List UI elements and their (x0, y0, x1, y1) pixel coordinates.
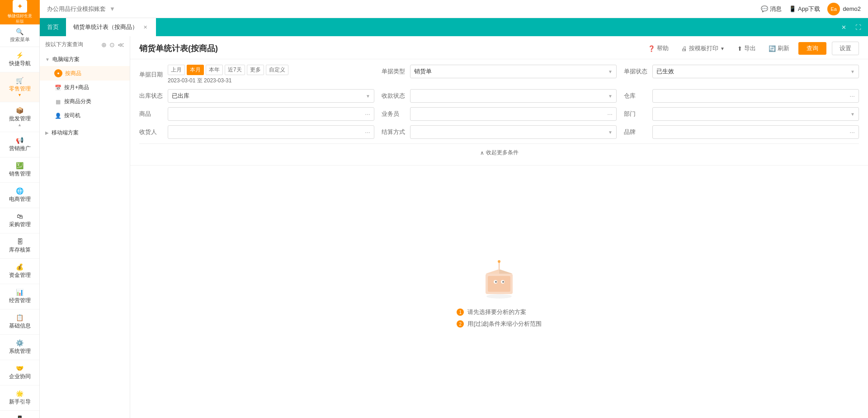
doc-status-label: 单据状态 (624, 67, 649, 76)
doc-type-arrow-icon: ▼ (608, 69, 613, 74)
scheme-item-by-category[interactable]: ▦ 按商品分类 (40, 95, 130, 109)
doc-status-control[interactable]: 已生效 ▼ (652, 65, 859, 78)
template-print-btn[interactable]: 🖨 按模板打印 ▼ (678, 43, 728, 54)
sidebar-item-basic[interactable]: 📋 基础信息 (0, 309, 39, 335)
settlement-select[interactable]: ▼ (410, 125, 617, 139)
payment-select[interactable]: ▼ (410, 89, 617, 103)
recipient-label: 收货人 (139, 128, 164, 136)
mobile-section-label: 移动端方案 (52, 129, 79, 137)
new-guide-label: 新手引导 (2, 398, 38, 406)
brand-input[interactable]: ··· (652, 125, 859, 139)
sidebar-item-retail[interactable]: 🛒 零售管理 ▼ (0, 72, 39, 102)
reset-button[interactable]: 设置 (832, 42, 859, 55)
tab-home[interactable]: 首页 (40, 18, 66, 36)
warehouse-input[interactable]: ··· (652, 89, 859, 103)
recipient-dots-icon[interactable]: ··· (365, 128, 370, 136)
date-label: 单据日期 (139, 71, 164, 79)
sidebar-item-sales[interactable]: 💹 销售管理 (0, 157, 39, 183)
goods-input[interactable]: ··· (168, 107, 374, 121)
empty-illustration (476, 256, 522, 301)
goods-dots-icon[interactable]: ··· (365, 110, 370, 118)
recipient-input[interactable]: ··· (168, 125, 374, 139)
scheme-item-by-goods[interactable]: ● 按商品 (40, 66, 130, 81)
logo-text: 畅捷信好生意 (8, 14, 32, 19)
sidebar-item-operations[interactable]: 📊 经营管理 (0, 284, 39, 309)
filter-area: 单据日期 上月 本月 本年 近7天 更多 自定义 2023-03-01 至 20… (130, 59, 868, 166)
doc-type-control[interactable]: 销货单 ▼ (410, 65, 617, 78)
user-menu-btn[interactable]: Ea demo2 (827, 3, 861, 15)
pc-section-header[interactable]: ▼ 电脑端方案 (40, 53, 130, 66)
warehouse-dots-icon[interactable]: ··· (849, 92, 855, 100)
tab-close-window-btn[interactable]: ✕ (837, 21, 850, 33)
collapse-btn[interactable]: ∧ 收起更多条件 (475, 147, 524, 158)
doc-status-arrow-icon: ▼ (850, 69, 855, 74)
scheme-item-label-2: 按商品分类 (64, 98, 91, 105)
refresh-btn[interactable]: 🔄 刷新 (765, 43, 793, 54)
this-month-btn[interactable]: 本月 (187, 65, 204, 75)
scheme-item-by-driver[interactable]: 👤 按司机 (40, 109, 130, 123)
scheme-item-by-month-goods[interactable]: 📅 按月+商品 (40, 81, 130, 95)
empty-tip-1: 1 请先选择要分析的方案 (457, 308, 541, 316)
export-label: 导出 (744, 44, 756, 52)
custom-btn[interactable]: 自定义 (266, 65, 288, 75)
sidebar-item-system[interactable]: ⚙️ 系统管理 (0, 335, 39, 360)
basic-label: 基础信息 (2, 322, 38, 330)
7days-btn[interactable]: 近7天 (225, 65, 245, 75)
tab-bar-actions: ✕ ⛶ (837, 21, 868, 33)
scheme-item-label-1: 按月+商品 (64, 84, 89, 91)
operations-label: 经营管理 (2, 297, 38, 304)
print-icon: 🖨 (681, 45, 687, 52)
prev-month-btn[interactable]: 上月 (168, 65, 185, 75)
sidebar-item-inventory[interactable]: 🗄 库存核算 (0, 233, 39, 259)
export-btn[interactable]: ⬆ 导出 (734, 43, 760, 54)
sidebar-item-marketing[interactable]: 📢 营销推广 (0, 132, 39, 157)
collapse-scheme-icon[interactable]: ≪ (118, 41, 124, 48)
app-download-btn[interactable]: 📱 App下载 (789, 5, 820, 13)
scheme-panel-header: 按以下方案查询 ⊕ ⊙ ≪ (40, 36, 130, 51)
delivery-value: 已出库 (172, 92, 189, 100)
sidebar-item-quick-nav[interactable]: ⚡ 快捷导航 (0, 47, 39, 72)
help-btn[interactable]: ❓ 帮助 (644, 43, 672, 54)
sidebar-item-ecommerce[interactable]: 🌐 电商管理 (0, 183, 39, 208)
this-year-btn[interactable]: 本年 (206, 65, 223, 75)
tab-active[interactable]: 销货单统计表（按商品） ✕ (66, 18, 156, 36)
messages-btn[interactable]: 💬 消息 (761, 5, 782, 13)
right-content: 销货单统计表(按商品) ❓ 帮助 🖨 按模板打印 ▼ ⬆ 导出 (130, 36, 868, 418)
mobile-section-header[interactable]: ▶ 移动端方案 (40, 126, 130, 139)
sidebar-item-purchase[interactable]: 🛍 采购管理 (0, 208, 39, 233)
goods-field: 商品 ··· (139, 107, 374, 121)
page-header: 销货单统计表(按商品) ❓ 帮助 🖨 按模板打印 ▼ ⬆ 导出 (130, 36, 868, 59)
doc-status-select[interactable]: 已生效 ▼ (652, 65, 859, 78)
active-scheme-icon: ● (54, 69, 62, 77)
doc-type-select[interactable]: 销货单 ▼ (410, 65, 617, 78)
avatar: Ea (827, 3, 840, 15)
quick-nav-label: 快捷导航 (2, 60, 38, 67)
page-actions: ❓ 帮助 🖨 按模板打印 ▼ ⬆ 导出 🔄 刷新 (644, 42, 859, 55)
tip-num-1: 1 (457, 309, 464, 316)
sidebar-item-cooperation[interactable]: 🤝 企业协同 (0, 360, 39, 385)
tab-close-btn[interactable]: ✕ (142, 24, 149, 31)
sidebar-search[interactable]: 🔍 搜索菜单 (0, 24, 39, 47)
breadcrumb: 办公用品行业模拟账套 (47, 5, 106, 13)
add-scheme-icon[interactable]: ⊕ (101, 41, 107, 48)
more-btn[interactable]: 更多 (247, 65, 264, 75)
delivery-arrow-icon: ▼ (366, 94, 370, 99)
staff-input[interactable]: ··· (410, 107, 617, 121)
delivery-select[interactable]: 已出库 ▼ (168, 89, 374, 103)
sidebar-item-app-center[interactable]: 📱 应用中心 (0, 411, 39, 418)
sidebar-item-new-guide[interactable]: 🌟 新手引导 (0, 385, 39, 411)
department-arrow-icon: ▼ (850, 112, 855, 117)
goods-label: 商品 (139, 110, 164, 118)
collapse-up-icon: ∧ (480, 150, 484, 156)
query-button[interactable]: 查询 (798, 42, 826, 55)
sidebar-item-wholesale[interactable]: 📦 批发管理 ▲ (0, 102, 39, 132)
app-logo[interactable]: ✦ 畅捷信好生意 标版 (0, 0, 40, 24)
settings-scheme-icon[interactable]: ⊙ (109, 41, 115, 48)
department-select[interactable]: ▼ (652, 107, 859, 121)
staff-dots-icon[interactable]: ··· (607, 110, 613, 118)
sidebar-item-finance[interactable]: 💰 资金管理 (0, 259, 39, 284)
brand-dots-icon[interactable]: ··· (849, 128, 855, 136)
tab-fullscreen-btn[interactable]: ⛶ (852, 21, 864, 33)
retail-label: 零售管理 (2, 85, 38, 93)
svg-point-5 (502, 281, 504, 283)
